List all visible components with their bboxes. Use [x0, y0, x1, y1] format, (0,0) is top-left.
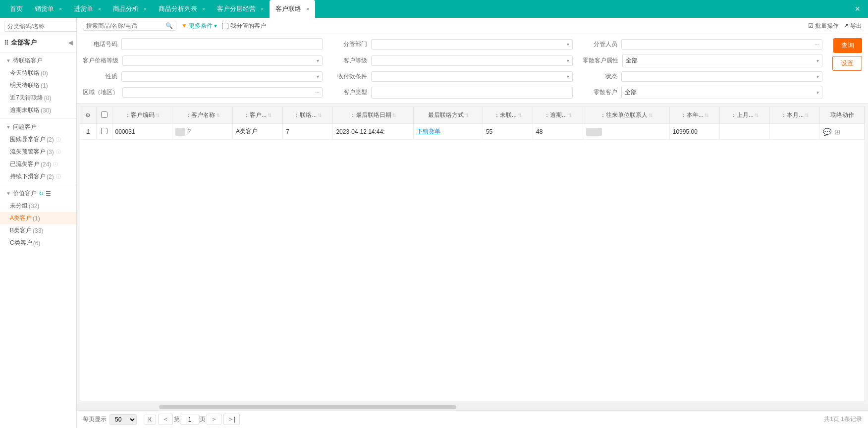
filter-dept: 分管部门 ▾ — [332, 39, 572, 50]
filter-more-button[interactable]: ▼ 更多条件 ▾ — [181, 22, 217, 30]
sort-icon[interactable]: ⇅ — [318, 112, 322, 118]
contact-method-link[interactable]: 下销货单 — [417, 128, 440, 135]
search-icon[interactable]: 🔍 — [165, 22, 173, 29]
h-scroll-thumb[interactable] — [159, 405, 456, 409]
my-customer-checkbox[interactable] — [222, 23, 228, 29]
filter-region: 区域（地区） ··· — [83, 87, 323, 98]
filter-customer-type-input[interactable] — [371, 87, 572, 99]
row-checkbox[interactable] — [101, 128, 108, 134]
prev-page-button[interactable]: ＜ — [158, 414, 173, 425]
row-year-amount: 10995.00 — [669, 124, 719, 140]
item-overdue-pending[interactable]: 逾期未联络(30) — [0, 104, 76, 116]
nav-sales[interactable]: 销货单 × — [29, 0, 68, 18]
sidebar-divider-3 — [0, 185, 76, 185]
filter-status-select[interactable]: ▾ — [621, 71, 822, 82]
setting-button[interactable]: 设置 — [832, 56, 862, 71]
select-all-checkbox[interactable] — [101, 111, 108, 118]
first-page-button[interactable]: К — [144, 415, 156, 425]
filter-customer-level-select[interactable]: ▾ — [371, 55, 572, 66]
item-hoard-abnormal[interactable]: 囤购异常客户(2) ⓘ — [0, 133, 76, 146]
item-churned[interactable]: 已流失客户(24) ⓘ — [0, 158, 76, 170]
last-page-button[interactable]: ＞| — [223, 414, 240, 425]
nav-customer-contact[interactable]: 客户联络 × — [270, 0, 315, 18]
sort-icon[interactable]: ⇅ — [755, 112, 759, 118]
export-button[interactable]: ↗ 导出 — [844, 22, 862, 30]
item-count: (2) — [47, 173, 54, 180]
item-ungrouped[interactable]: 未分组(32) — [0, 200, 76, 212]
settings-icon[interactable]: ☰ — [46, 190, 51, 197]
nav-customer-segment[interactable]: 客户分层经营 × — [211, 0, 270, 18]
sidebar-all-customers[interactable]: ⠿ 全部客户 ◀ — [0, 35, 76, 50]
close-segment-icon[interactable]: × — [261, 6, 264, 12]
group-problem-customers[interactable]: ▼ 问题客户 — [0, 121, 76, 133]
close-sales-icon[interactable]: × — [59, 6, 62, 12]
window-close-button[interactable]: × — [851, 4, 864, 14]
sort-icon[interactable]: ⇅ — [156, 112, 160, 118]
item-declining[interactable]: 持续下滑客户(2) ⓘ — [0, 170, 76, 183]
sort-icon[interactable]: ⇅ — [805, 112, 809, 118]
filter-retail-attr-select[interactable]: 全部 ▾ — [622, 54, 822, 67]
page-number-input[interactable] — [180, 415, 200, 425]
close-analysis-list-icon[interactable]: × — [202, 6, 205, 12]
page-size-select[interactable]: 50 100 200 — [109, 414, 137, 425]
filter-nature-select[interactable]: ▾ — [121, 71, 323, 82]
item-count: (30) — [41, 107, 51, 114]
sort-icon[interactable]: ⇅ — [216, 112, 220, 118]
info-icon: ⓘ — [53, 161, 58, 168]
next-page-button[interactable]: ＞ — [207, 414, 221, 425]
search-box: 🔍 — [83, 21, 176, 31]
col-overdue: ：逾期...⇅ — [533, 107, 583, 124]
item-today-pending[interactable]: 今天待联络(0) — [0, 67, 76, 79]
filter-person-select[interactable]: ··· — [621, 39, 822, 50]
refresh-icon[interactable]: ↻ — [39, 190, 44, 197]
col-label: ：上月... — [731, 111, 754, 118]
item-class-c[interactable]: C类客户(6) — [0, 237, 76, 249]
row-actions: 💬 ⊞ — [820, 124, 865, 140]
item-churn-warning[interactable]: 流失预警客户(3) ⓘ — [0, 146, 76, 158]
item-tomorrow-pending[interactable]: 明天待联络(1) — [0, 79, 76, 92]
item-class-a[interactable]: A类客户(1) — [0, 212, 76, 224]
settings-icon[interactable]: ⚙ — [85, 112, 91, 119]
qr-icon[interactable]: ⊞ — [834, 128, 840, 136]
close-contact-icon[interactable]: × — [306, 6, 309, 12]
col-label: ：本年... — [681, 111, 704, 118]
batch-op-button[interactable]: ☑ 批量操作 — [808, 22, 839, 30]
nav-analysis[interactable]: 商品分析 × — [107, 0, 153, 18]
sort-icon[interactable]: ⇅ — [268, 112, 271, 118]
sort-icon[interactable]: ⇅ — [518, 112, 522, 118]
chat-icon[interactable]: 💬 — [823, 128, 831, 136]
col-label: ：客户名称 — [185, 111, 215, 118]
sort-icon[interactable]: ⇅ — [465, 112, 469, 118]
filter-payment-select[interactable]: ▾ — [371, 71, 572, 82]
row-this-month — [770, 124, 820, 140]
group-value-customers[interactable]: ▼ 价值客户 ↻ ☰ — [0, 187, 76, 200]
nav-home[interactable]: 首页 — [4, 0, 29, 18]
chevron-down-icon: ▾ — [317, 74, 319, 79]
filter-retail-customer-select[interactable]: 全部 ▾ — [621, 86, 822, 99]
filter-price-level-select[interactable]: ▾ — [122, 55, 323, 66]
sort-icon[interactable]: ⇅ — [705, 112, 708, 118]
filter-region-select[interactable]: ··· — [122, 87, 323, 98]
my-customer-checkbox-label[interactable]: 我分管的客户 — [222, 22, 266, 30]
filter-phone-input[interactable] — [121, 38, 323, 50]
search-input[interactable] — [86, 22, 165, 29]
sort-icon[interactable]: ⇅ — [568, 112, 572, 118]
sort-icon[interactable]: ⇅ — [649, 112, 652, 118]
chevron-down-icon: ▾ — [816, 90, 819, 95]
chevron-down-icon: ▾ — [567, 58, 569, 63]
nav-analysis-list[interactable]: 商品分析列表 × — [153, 0, 211, 18]
filter-dept-select[interactable]: ▾ — [371, 39, 572, 50]
filter-price-level: 客户价格等级 ▾ — [83, 55, 323, 66]
close-analysis-icon[interactable]: × — [144, 6, 147, 12]
close-purchase-icon[interactable]: × — [98, 6, 101, 12]
item-label: A类客户 — [10, 214, 32, 222]
group-pending-contact[interactable]: ▼ 待联络客户 — [0, 54, 76, 67]
filter-price-level-label: 客户价格等级 — [83, 56, 118, 65]
sidebar-collapse-icon[interactable]: ◀ — [68, 40, 72, 46]
item-7day-pending[interactable]: 近7天待联络(0) — [0, 92, 76, 104]
nav-purchase[interactable]: 进货单 × — [68, 0, 107, 18]
query-button[interactable]: 查询 — [833, 38, 862, 53]
item-class-b[interactable]: B类客户(33) — [0, 224, 76, 237]
sidebar-search-input[interactable] — [4, 21, 77, 32]
sort-icon[interactable]: ⇅ — [392, 112, 396, 118]
